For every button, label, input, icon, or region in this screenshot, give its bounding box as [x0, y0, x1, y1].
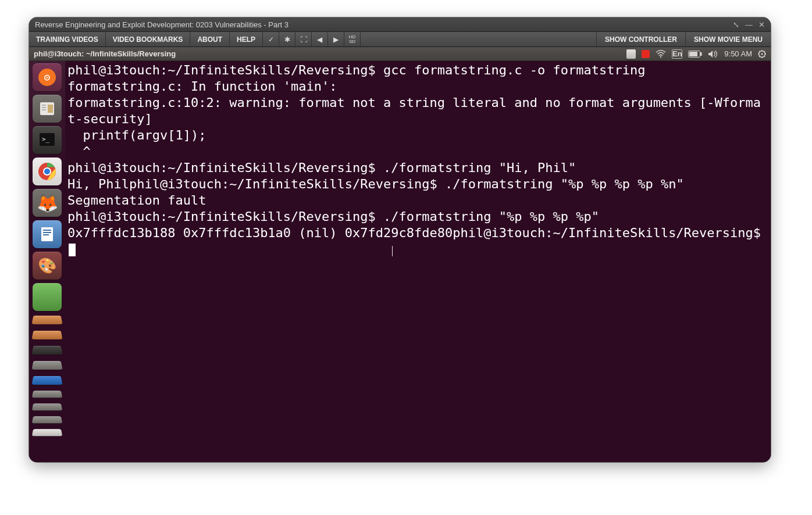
svg-rect-3	[689, 52, 697, 56]
show-controller-button[interactable]: SHOW CONTROLLER	[596, 32, 685, 47]
active-window-label: phil@i3touch: ~/InfiniteSkills/Reversing	[34, 49, 626, 58]
menu-about[interactable]: ABOUT	[190, 32, 230, 47]
firefox-icon[interactable]: 🦊	[33, 189, 62, 217]
ubuntu-topbar: phil@i3touch: ~/InfiniteSkills/Reversing…	[29, 47, 771, 61]
fullscreen-icon[interactable]: ⛶	[295, 32, 312, 47]
battery-icon[interactable]	[688, 51, 702, 58]
player-title: Reverse Engineering and Exploit Developm…	[35, 20, 733, 29]
svg-point-0	[660, 56, 661, 57]
wifi-icon[interactable]	[656, 50, 666, 58]
output-line: printf(argv[1]);	[67, 128, 206, 142]
language-indicator[interactable]: En	[672, 49, 682, 59]
svg-rect-19	[43, 234, 49, 235]
prompt: phil@i3touch:~/InfiniteSkills/Reversing$	[453, 226, 768, 240]
writer-icon[interactable]	[33, 220, 62, 248]
prompt: phil@i3touch:~/InfiniteSkills/Reversing$	[67, 160, 383, 175]
menu-help[interactable]: HELP	[230, 32, 263, 47]
launcher-overflow-9[interactable]	[32, 429, 63, 436]
svg-rect-7	[42, 105, 46, 106]
svg-point-15	[44, 169, 50, 174]
player-window-controls: ⤡ — ✕	[733, 20, 765, 29]
calc-icon[interactable]	[33, 283, 62, 311]
svg-rect-18	[43, 232, 51, 233]
launcher-overflow-3[interactable]	[31, 346, 62, 355]
player-menubar: TRAINING VIDEOS VIDEO BOOKMARKS ABOUT HE…	[29, 32, 771, 47]
svg-rect-8	[42, 107, 46, 108]
record-pause-icon[interactable]	[626, 49, 636, 59]
unity-launcher: ⊙ >_ 🦊 🎨	[29, 61, 65, 462]
terminal-icon[interactable]: >_	[33, 126, 62, 154]
gear-icon[interactable]: ✱	[279, 32, 295, 47]
launcher-overflow-6[interactable]	[32, 391, 63, 398]
launcher-overflow-1[interactable]	[31, 316, 62, 324]
player-window: Reverse Engineering and Exploit Developm…	[29, 17, 771, 462]
svg-rect-9	[42, 109, 46, 110]
output-line: formatstring.c:10:2: warning: format not…	[67, 95, 761, 126]
gimp-icon[interactable]: 🎨	[33, 252, 62, 280]
session-gear-icon[interactable]	[758, 50, 766, 58]
output-line: Hi, Phil	[67, 177, 129, 191]
clock[interactable]: 9:50 AM	[724, 49, 752, 58]
svg-point-5	[761, 53, 763, 55]
close-icon[interactable]: ✕	[758, 20, 765, 29]
launcher-overflow-2[interactable]	[31, 331, 62, 339]
menu-video-bookmarks[interactable]: VIDEO BOOKMARKS	[106, 32, 191, 47]
player-titlebar: Reverse Engineering and Exploit Developm…	[29, 17, 771, 32]
command: ./formatstring "Hi, Phil"	[383, 160, 576, 175]
launcher-overflow-5[interactable]	[31, 376, 62, 385]
menu-training-videos[interactable]: TRAINING VIDEOS	[29, 32, 106, 47]
dash-icon[interactable]: ⊙	[33, 63, 62, 91]
system-tray: En 9:50 AM	[626, 49, 766, 59]
volume-icon[interactable]	[708, 50, 718, 58]
prompt: phil@i3touch:~/InfiniteSkills/Reversing$	[67, 63, 383, 77]
next-icon[interactable]: ▶	[328, 32, 344, 47]
check-icon[interactable]: ✓	[263, 32, 279, 47]
menubar-spacer	[361, 32, 596, 47]
show-movie-menu-button[interactable]: SHOW MOVIE MENU	[685, 32, 771, 47]
svg-text:>_: >_	[42, 135, 50, 143]
hd-sd-icon[interactable]: HD SD	[344, 32, 361, 47]
output-line: formatstring.c: In function 'main':	[67, 79, 337, 94]
prev-icon[interactable]: ◀	[312, 32, 328, 47]
terminal-output[interactable]: phil@i3touch:~/InfiniteSkills/Reversing$…	[65, 61, 771, 462]
launcher-overflow-7[interactable]	[32, 403, 63, 410]
command: ./formatstring "%p %p %p %p %n"	[445, 177, 684, 191]
svg-rect-10	[48, 105, 53, 113]
record-indicator-icon[interactable]	[642, 50, 650, 58]
command: ./formatstring "%p %p %p %p"	[383, 209, 599, 224]
files-icon[interactable]	[33, 95, 62, 123]
svg-rect-17	[43, 230, 51, 231]
minimize-icon[interactable]: —	[745, 20, 753, 29]
terminal-cursor	[69, 244, 76, 256]
desktop-area: ⊙ >_ 🦊 🎨 phil@i	[29, 61, 771, 462]
prompt: phil@i3touch:~/InfiniteSkills/Reversing$	[67, 209, 383, 224]
launcher-overflow-4[interactable]	[31, 361, 62, 370]
command: gcc formatstring.c -o formatstring	[383, 63, 645, 77]
launcher-overflow-8[interactable]	[32, 416, 63, 423]
restore-icon[interactable]: ⤡	[733, 20, 739, 29]
text-caret-icon	[392, 246, 393, 256]
output-line: 0x7fffdc13b188 0x7fffdc13b1a0 (nil) 0x7f…	[67, 226, 453, 240]
chrome-icon[interactable]	[33, 158, 62, 185]
output-line: Segmentation fault	[67, 193, 206, 208]
output-line: ^	[67, 144, 91, 159]
prompt: phil@i3touch:~/InfiniteSkills/Reversing$	[129, 177, 445, 191]
svg-rect-2	[700, 52, 702, 56]
